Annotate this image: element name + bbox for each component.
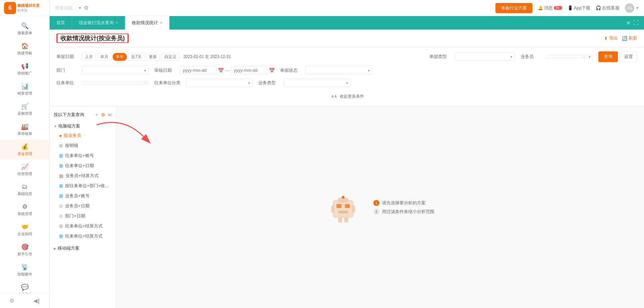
query-button[interactable]: 查询: [598, 51, 618, 62]
mobile-group-arrow-icon: ▶: [54, 247, 56, 250]
sidebar-item-operation[interactable]: 📈 经营管理: [0, 160, 49, 180]
partner-more-icon[interactable]: ···: [144, 81, 147, 85]
gear-scheme-icon[interactable]: ⚙: [101, 112, 105, 117]
filter-row-3: 往来单位 ··· 往来单位分类 业务类型: [56, 79, 637, 87]
add-scheme-icon[interactable]: ＋: [94, 112, 99, 118]
settings-bottom-icon[interactable]: ⚙: [9, 298, 14, 304]
doc-status-label: 单据状态: [280, 67, 300, 73]
dept-select[interactable]: [82, 66, 149, 74]
doc-type-select-wrapper: [455, 53, 515, 61]
partner-category-select[interactable]: [186, 79, 253, 87]
biz-type-label: 业务类型: [258, 80, 278, 86]
enterprise-icon: 🤝: [21, 223, 29, 230]
svg-rect-1: [336, 204, 341, 208]
date-btn-custom[interactable]: 自定义: [161, 53, 179, 61]
sidebar-item-hardware[interactable]: 📡 智能硬件: [0, 260, 49, 280]
scheme-item-partner-date[interactable]: ⊞ 往来单位+日期: [50, 161, 116, 171]
salesman-more-btn[interactable]: ···: [582, 55, 585, 59]
main-data-area: 1 请先选择要分析的方案 2 用过滤条件来缩小分析范围: [117, 106, 644, 308]
calendar-from-icon[interactable]: 📅: [218, 68, 224, 73]
review-date-label: 审核日期: [154, 67, 174, 73]
refresh-button[interactable]: 🔄 刷新: [622, 35, 637, 41]
partner-settle1-icon: ⊞: [59, 223, 63, 229]
sidebar-item-system[interactable]: ⚙ 系统管理: [0, 200, 49, 220]
scheme-item-salesman-account[interactable]: ⊞ 业务员+账号: [50, 191, 116, 201]
sidebar-item-guide[interactable]: 🎯 新手引导: [0, 240, 49, 260]
sidebar-item-quick-nav[interactable]: 🏠 快捷导航: [0, 39, 49, 59]
scheme-group-mobile-title[interactable]: ▶ 移动端方案: [50, 244, 116, 253]
collapse-label: 收起更多条件: [340, 94, 364, 99]
scheme-item-salesman-date[interactable]: ⊙ 业务员+日期: [50, 201, 116, 211]
date-shortcuts: 上月 本月 本年 近7天 更多 自定义: [82, 53, 179, 61]
settings-button[interactable]: 设置: [620, 51, 637, 62]
date-btn-this-year[interactable]: 本年: [113, 53, 127, 61]
avatar: Rit: [625, 3, 634, 13]
scheme-item-salesman-settle[interactable]: ▦ 业务员+结算方式: [50, 171, 116, 181]
tab-receipt-stat[interactable]: 收款情况统计 ×: [125, 16, 169, 30]
promo-button[interactable]: 体验行业方案: [495, 3, 532, 13]
settings-icon[interactable]: ⚙: [84, 5, 89, 11]
salesman-dropdown-icon[interactable]: ▾: [589, 55, 591, 59]
maximize-icon[interactable]: ⛶: [633, 20, 639, 26]
app-download-label: App下载: [574, 5, 590, 11]
dept-date-icon: ⊙: [59, 213, 63, 219]
tab-bank-flow-close[interactable]: ×: [116, 20, 118, 25]
messages-btn[interactable]: 🔔 消息 99+: [538, 5, 562, 11]
app-download-btn[interactable]: 📱 App下载: [568, 5, 590, 11]
collapse-panel-icon[interactable]: ≪: [107, 112, 112, 117]
date-btn-last-month[interactable]: 上月: [82, 53, 96, 61]
sidebar-item-marketing[interactable]: 📢 营销推广: [0, 59, 49, 79]
mobile-scheme-label: 移动端方案: [58, 245, 79, 251]
scheme-item-by-detail[interactable]: ⊞ 按明细: [50, 141, 116, 151]
collapse-bar[interactable]: ∧∧ 收起更多条件: [56, 91, 637, 102]
scheme-item-partner-dept-recv[interactable]: ⊞ 按往来单位+部门+收...: [50, 181, 116, 191]
collapse-icon[interactable]: ◀‖: [33, 298, 40, 304]
partner-settle2-icon: ⊞: [59, 234, 63, 239]
scheme-group-desktop-title[interactable]: ▼ 电脑端方案: [50, 122, 116, 131]
export-button[interactable]: ⬆ 导出: [604, 35, 618, 41]
date-btn-this-month[interactable]: 本月: [97, 53, 111, 61]
group-arrow-icon: ▼: [54, 124, 57, 128]
logo-edition: 标准版: [17, 8, 40, 13]
date-btn-more[interactable]: 更多: [146, 53, 160, 61]
calendar-to-icon[interactable]: 📅: [269, 68, 275, 73]
step-1-num: 1: [373, 200, 379, 206]
review-date-from[interactable]: [180, 66, 217, 74]
scheme-item-partner-settle2[interactable]: ⊞ 往来单位+结算方式: [50, 231, 116, 241]
date-dash: —: [225, 68, 229, 73]
partner-account-icon: ⊞: [59, 153, 63, 158]
main-area: 搜索功能... ▾ ⚙ 体验行业方案 🔔 消息 99+ 📱 App下载 🎧: [50, 0, 644, 308]
scheme-item-partner-account[interactable]: ⊞ 往来单位+账号: [50, 151, 116, 161]
online-service-btn[interactable]: 🎧 在线客服: [596, 5, 620, 11]
sidebar-item-enterprise[interactable]: 🤝 企业协同: [0, 220, 49, 240]
tab-receipt-stat-close[interactable]: ×: [160, 20, 162, 25]
sidebar-item-basic-info[interactable]: 🗂 基础信息: [0, 180, 49, 200]
scheme-item-partner-settle1[interactable]: ⊞ 往来单位+结算方式: [50, 221, 116, 231]
svg-point-9: [342, 196, 344, 199]
date-filter-group: 上月 本月 本年 近7天 更多 自定义 2023-01-01 至 2023-12…: [82, 53, 424, 61]
sales-icon: 📊: [21, 83, 29, 90]
tab-receipt-stat-label: 收款情况统计: [132, 20, 158, 26]
close-window-icon[interactable]: ✕: [626, 20, 631, 26]
sidebar-item-inventory[interactable]: 🏭 库存核算: [0, 119, 49, 140]
scheme-item-dept-date[interactable]: ⊙ 部门+日期: [50, 211, 116, 221]
date-btn-7days[interactable]: 近7天: [128, 53, 145, 61]
sidebar-item-wechat[interactable]: 💬 企业微信: [0, 280, 49, 293]
doc-type-select[interactable]: [455, 53, 515, 61]
sidebar-item-capital[interactable]: 💰 资金管理: [0, 140, 49, 160]
by-salesman-icon: ●: [59, 133, 62, 138]
doc-status-select[interactable]: [306, 66, 373, 74]
online-service-label: 在线客服: [602, 5, 620, 11]
dropdown-icon[interactable]: ▾: [79, 5, 81, 10]
review-date-to[interactable]: [231, 66, 268, 74]
sidebar-item-purchase[interactable]: 🛒 采购管理: [0, 99, 49, 119]
sidebar-item-search-menu[interactable]: 🔍 搜索菜单: [0, 19, 49, 39]
svg-rect-0: [333, 201, 353, 217]
biz-type-select[interactable]: [284, 79, 351, 87]
sidebar-item-sales[interactable]: 📊 销售管理: [0, 79, 49, 99]
user-info[interactable]: Rit ▾: [625, 3, 639, 13]
scheme-item-by-salesman[interactable]: ● 按业务员: [50, 131, 116, 141]
tab-bank-flow[interactable]: 现金银行流水查询 ×: [72, 16, 125, 30]
tab-home[interactable]: 首页: [50, 16, 72, 30]
logo-brand: 畅捷通好生意: [17, 3, 40, 8]
